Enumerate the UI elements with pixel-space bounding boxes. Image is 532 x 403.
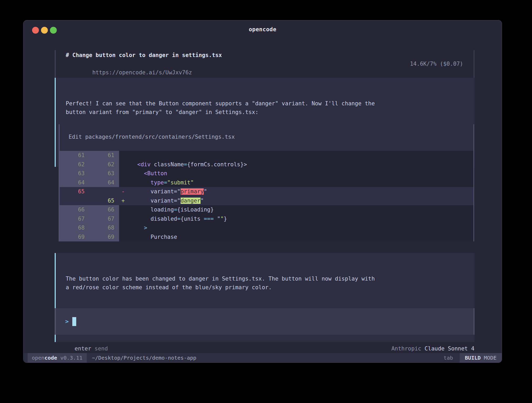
message-line: button variant from "primary" to "danger… — [66, 108, 464, 117]
code-segment: disabled — [151, 216, 177, 222]
line-number-new: 61 — [89, 151, 119, 160]
diff-row: 6363 <Button — [60, 169, 473, 178]
code-segment — [131, 216, 151, 222]
line-number-new: 62 — [89, 160, 119, 169]
diff-marker — [119, 169, 127, 178]
code-line: loading={isLoading} — [127, 205, 214, 214]
text-cursor — [72, 317, 76, 326]
provider-label: Anthropic — [391, 345, 421, 352]
code-line: disabled={units === ""} — [127, 214, 227, 224]
code-segment: variant=" — [131, 188, 181, 195]
message-line: a red/rose color scheme instead of the b… — [66, 283, 464, 292]
code-segment — [131, 206, 151, 213]
line-number-new: 66 — [89, 205, 119, 214]
diff-row: 65+ variant="danger" — [60, 196, 473, 205]
line-number-new: 69 — [89, 233, 119, 242]
mode-suffix — [481, 355, 484, 361]
diff-marker — [119, 223, 127, 233]
code-segment: <div — [137, 161, 151, 168]
diff-marker — [119, 233, 127, 242]
diff-code-area: Purchase — [119, 233, 473, 242]
line-number-old: 65 — [60, 187, 89, 196]
message-body: Perfect! I can see that the Button compo… — [66, 99, 464, 117]
tab-key-hint[interactable]: tab — [438, 353, 459, 363]
diff-code-area: disabled={units === ""} — [119, 214, 473, 224]
code-segment — [214, 216, 217, 222]
share-url[interactable]: https://opencode.ai/s/UwJxv76z — [92, 69, 192, 76]
code-line: variant="primary" — [127, 187, 207, 196]
line-number-new: 67 — [89, 214, 119, 224]
code-line: type="submit" — [127, 178, 194, 187]
code-segment — [131, 234, 151, 240]
diff-row: 6767 disabled={units === ""} — [60, 214, 473, 224]
code-segment — [131, 170, 144, 177]
diff-code-area: loading={isLoading} — [119, 205, 473, 214]
line-number-old — [60, 196, 89, 205]
code-segment: {formCs.controls}> — [187, 161, 247, 168]
code-segment: danger — [181, 198, 201, 204]
code-segment: = — [174, 206, 177, 213]
diff-marker — [119, 160, 127, 169]
message-line: The button color has been changed to dan… — [66, 275, 464, 283]
diff-row: 6464 type="submit" — [60, 178, 473, 187]
model-label — [421, 345, 425, 352]
diff-marker — [119, 214, 127, 224]
code-segment: " — [220, 216, 224, 222]
code-segment: variant=" — [131, 198, 181, 204]
code-segment — [131, 161, 137, 168]
line-number-old: 62 — [60, 160, 89, 169]
code-line: <div className={formCs.controls}> — [127, 160, 247, 169]
code-segment: > — [144, 225, 147, 231]
mode-suffix: MODE — [484, 355, 497, 361]
app-name-suffix: code — [44, 355, 57, 361]
code-segment: {isLoading} — [177, 206, 214, 213]
edit-file-path: Edit packages/frontend/src/containers/Se… — [60, 133, 473, 141]
line-number-new: 63 — [89, 169, 119, 178]
code-line: variant="danger" — [127, 196, 204, 205]
app-version: v0.3.11 — [60, 355, 82, 361]
line-number-old: 64 — [60, 178, 89, 187]
diff-code-area: > — [119, 223, 473, 233]
code-segment: <Button — [144, 170, 167, 177]
line-number-new: 65 — [89, 196, 119, 205]
code-segment — [131, 225, 144, 231]
code-segment: "submit" — [167, 179, 194, 186]
line-number-old: 69 — [60, 233, 89, 242]
code-segment: primary — [181, 188, 204, 195]
diff-marker: + — [119, 196, 127, 205]
diff-code-area: + variant="danger" — [119, 196, 473, 205]
diff-marker: - — [119, 187, 127, 196]
message-body: The button color has been changed to dan… — [66, 275, 464, 292]
code-segment: " — [217, 216, 221, 222]
app-version-chip: opencode v0.3.11 — [28, 353, 87, 363]
line-number-old: 66 — [60, 205, 89, 214]
session-title: # Change button color to danger in setti… — [66, 51, 222, 60]
model-label[interactable]: Claude Sonnet 4 — [424, 345, 474, 352]
code-segment: " — [201, 198, 204, 204]
send-action-hint — [91, 345, 95, 352]
line-number-new: 64 — [89, 178, 119, 187]
code-line: > — [127, 223, 147, 233]
window-title: opencode — [23, 26, 502, 33]
code-segment: {units — [181, 216, 204, 222]
diff-row: 6969 Purchase — [60, 233, 473, 242]
diff-code-area: <Button — [119, 169, 473, 178]
code-segment: = — [164, 179, 167, 186]
diff-row: 6161 — [60, 151, 473, 160]
line-number-old: 61 — [60, 151, 89, 160]
code-segment: " — [204, 188, 207, 195]
title-bar: opencode — [23, 20, 502, 38]
prompt-input[interactable]: > — [55, 308, 474, 335]
code-segment: Purchase — [151, 234, 177, 240]
enter-key-hint: enter — [75, 345, 91, 352]
code-segment: type — [151, 179, 164, 186]
mode-indicator[interactable]: BUILD MODE — [460, 353, 502, 363]
code-segment: loading — [151, 206, 174, 213]
diff-marker — [119, 151, 127, 160]
mode-name: BUILD — [465, 355, 481, 361]
diff-row: 6262 <div className={formCs.controls}> — [60, 160, 473, 169]
working-directory: ~/Desktop/Projects/demo-notes-app — [92, 353, 438, 363]
edit-tool-card: Edit packages/frontend/src/containers/Se… — [59, 124, 474, 241]
diff-marker — [119, 205, 127, 214]
line-number-old: 68 — [60, 223, 89, 233]
